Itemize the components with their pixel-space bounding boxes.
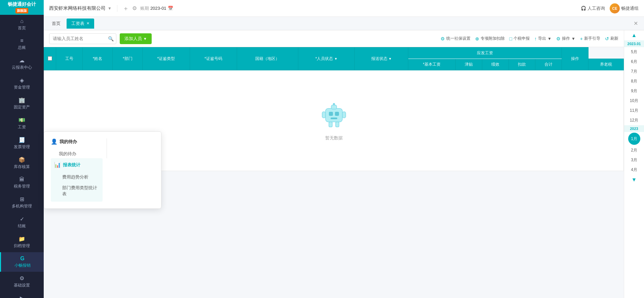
sidebar-item-label: 发票管理 — [14, 144, 30, 150]
period-month-11[interactable]: 11月 — [624, 106, 644, 115]
settings-icon[interactable]: ⚙ — [132, 5, 137, 11]
tab-close-icon[interactable]: ✕ — [86, 21, 89, 26]
calendar-icon[interactable]: 📅 — [168, 6, 173, 11]
period-month-1[interactable]: 1月 — [628, 133, 640, 145]
popup-item-dept-expense[interactable]: 部门费用类型统计表 — [54, 184, 99, 198]
search-input[interactable] — [49, 33, 116, 44]
logo-sub: 旗舰版 — [15, 8, 28, 13]
user-info[interactable]: CE 畅捷通组 — [610, 3, 639, 13]
tab-salary-label: 工资表 — [71, 21, 84, 27]
operation-icon: ⚙ — [556, 36, 561, 41]
tax-icon: 🏛 — [19, 176, 25, 183]
sidebar-item-multi[interactable]: ⊞ 多机构管理 — [0, 193, 44, 212]
social-icon: ⚙ — [441, 36, 445, 41]
logo-title: 畅捷通好会计 — [8, 1, 36, 7]
select-all-checkbox[interactable] — [48, 56, 52, 61]
inventory-icon: 📦 — [18, 157, 25, 163]
home-icon: ⌂ — [20, 18, 24, 24]
action-deduct[interactable]: ⊕ 专项附加扣除 — [475, 36, 505, 41]
period-month-5[interactable]: 5月 — [624, 47, 644, 57]
period-nav-down[interactable]: ▼ — [624, 175, 644, 185]
action-guide[interactable]: + 新手引导 — [580, 36, 600, 41]
action-tax-report[interactable]: □ 个税申报 — [509, 36, 530, 41]
sidebar-item-ledger[interactable]: ≡ 总账 — [0, 34, 44, 54]
svg-rect-8 — [331, 105, 337, 109]
company-selector[interactable]: 西安虾米网络科技有限公司 ▼ — [49, 5, 112, 11]
tab-home-label: 首页 — [52, 21, 61, 27]
period-month-10[interactable]: 10月 — [624, 96, 644, 106]
th-report-status: 报送状态 ▼ — [355, 47, 408, 70]
sidebar-item-inventory[interactable]: 📦 库存核算 — [0, 153, 44, 173]
th-person-status: *人员状态 ▼ — [298, 47, 355, 70]
period-month-7[interactable]: 7月 — [624, 67, 644, 76]
search-icon[interactable]: 🔍 — [108, 36, 114, 41]
svg-rect-1 — [329, 112, 333, 116]
period-month-6[interactable]: 6月 — [624, 57, 644, 67]
sidebar-item-assets[interactable]: 🏢 固定资产 — [0, 94, 44, 113]
period-year-2023: 2023 — [624, 125, 644, 132]
popup-item-expense-trend[interactable]: 费用趋势分析 — [54, 173, 99, 181]
th-nationality: 国籍（地区） — [237, 47, 298, 70]
company-chevron-icon: ▼ — [108, 6, 112, 11]
action-refresh-label: 刷新 — [610, 36, 618, 41]
action-operation[interactable]: ⚙ 操作 ▼ — [556, 36, 575, 41]
finance-icon: ◈ — [20, 77, 24, 84]
th-dept: *部门 — [113, 47, 143, 70]
topbar-right: 🎧 人工咨询 CE 畅捷通组 — [581, 3, 639, 13]
sidebar-item-archive[interactable]: 📁 归档管理 — [0, 232, 44, 252]
period-value: 2023-01 — [150, 6, 166, 11]
action-operation-label: 操作 — [562, 36, 570, 41]
operation-dropdown-icon: ▼ — [571, 36, 575, 41]
popup-item-my-todo[interactable]: 我的待办 — [51, 150, 103, 158]
period-month-12[interactable]: 12月 — [624, 115, 644, 125]
popup-divider — [107, 138, 107, 158]
period-month-4[interactable]: 4月 — [624, 165, 644, 175]
tab-close-all-button[interactable]: ✕ — [631, 19, 641, 29]
period-label: 账期 — [140, 5, 149, 11]
sidebar-item-label: 首页 — [18, 25, 26, 31]
company-name: 西安虾米网络科技有限公司 — [49, 5, 106, 11]
salary-icon: 💵 — [18, 117, 25, 123]
settle-icon: ✓ — [20, 216, 24, 222]
sidebar-item-basic[interactable]: ⚙ 基础设置 — [0, 272, 44, 292]
cloud-icon: ☁ — [19, 57, 25, 64]
sidebar-item-home[interactable]: ⌂ 首页 — [0, 15, 44, 34]
period-display: 账期 2023-01 📅 — [140, 5, 173, 11]
sidebar-item-label: 工资 — [18, 124, 26, 130]
th-total: 合计 — [535, 59, 562, 70]
period-month-3[interactable]: 3月 — [624, 155, 644, 165]
period-month-9[interactable]: 9月 — [624, 86, 644, 96]
period-nav-up[interactable]: ▲ — [624, 30, 644, 40]
tab-home[interactable]: 首页 — [47, 19, 65, 29]
popup-col-report: 📊 报表统计 费用趋势分析 部门费用类型统计表 — [51, 158, 103, 202]
sidebar-item-settle[interactable]: ✓ 结账 — [0, 212, 44, 232]
report-icon: 📊 — [54, 162, 61, 168]
sidebar-item-label: 小畅报销 — [14, 263, 31, 268]
ledger-icon: ≡ — [20, 38, 23, 44]
search-wrap: 🔍 — [49, 33, 116, 44]
sidebar-item-cloud[interactable]: ☁ 云报表中心 — [0, 54, 44, 74]
action-social[interactable]: ⚙ 统一社保设置 — [441, 36, 470, 41]
period-month-2[interactable]: 2月 — [624, 145, 644, 155]
sidebar-item-tax[interactable]: 🏛 税务管理 — [0, 173, 44, 193]
customer-service[interactable]: 🎧 人工咨询 — [581, 5, 605, 11]
sidebar-item-invoice[interactable]: 🧾 发票管理 — [0, 133, 44, 153]
th-pension: 养老税 — [589, 59, 624, 70]
period-month-8[interactable]: 8月 — [624, 76, 644, 86]
report-filter-icon[interactable]: ▼ — [388, 57, 392, 61]
sidebar-item-xiaochang[interactable]: G 小畅报销 — [0, 252, 44, 272]
sidebar-item-newguide[interactable]: ▶ 新手引导 — [0, 292, 44, 298]
tab-salary[interactable]: 工资表 ✕ — [67, 19, 94, 29]
sidebar-item-label: 税务管理 — [14, 184, 30, 189]
svg-rect-2 — [335, 112, 339, 116]
checkbox-header[interactable] — [44, 47, 56, 70]
svg-rect-5 — [342, 112, 346, 118]
add-person-button[interactable]: 添加人员 ▼ — [120, 33, 152, 44]
sidebar-item-label: 总账 — [18, 45, 26, 51]
filter-icon[interactable]: ▼ — [334, 57, 338, 61]
sidebar-item-salary[interactable]: 💵 工资 — [0, 113, 44, 133]
add-button[interactable]: ＋ — [123, 4, 129, 12]
sidebar-item-finance[interactable]: ◈ 资金管理 — [0, 74, 44, 94]
action-export[interactable]: ↑ 导出 ▼ — [534, 36, 552, 41]
action-refresh[interactable]: ↺ 刷新 — [605, 36, 618, 41]
